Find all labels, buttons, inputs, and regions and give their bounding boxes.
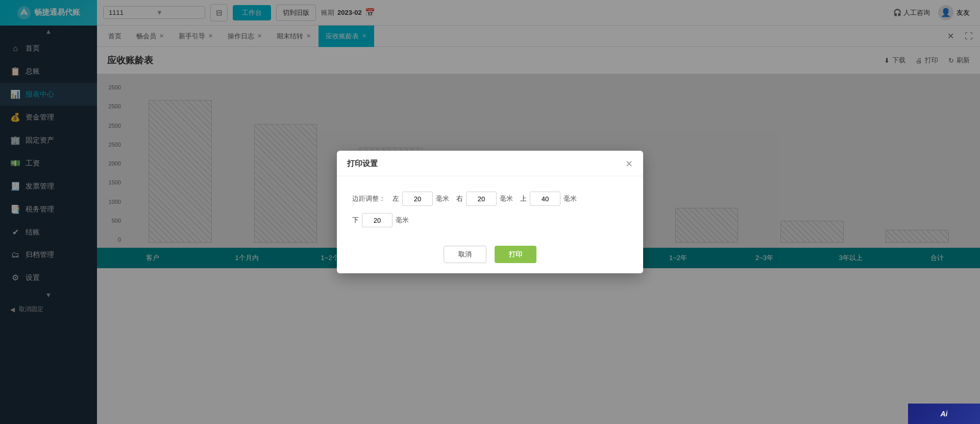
left-label: 左 xyxy=(393,194,399,203)
left-unit: 毫米 xyxy=(436,194,449,203)
margin-field-bottom: 下 毫米 xyxy=(352,213,409,227)
right-unit: 毫米 xyxy=(500,194,513,203)
right-margin-input[interactable] xyxy=(466,192,497,206)
dialog-title: 打印设置 xyxy=(347,159,378,169)
left-margin-input[interactable] xyxy=(402,192,433,206)
bottom-margin-input[interactable] xyxy=(362,213,393,227)
margin-field-left: 左 毫米 xyxy=(393,192,449,206)
margin-field-right: 右 毫米 xyxy=(456,192,513,206)
top-margin-input[interactable] xyxy=(530,192,560,206)
print-confirm-button[interactable]: 打印 xyxy=(495,246,536,263)
top-unit: 毫米 xyxy=(564,194,577,203)
dialog-close-button[interactable]: ✕ xyxy=(625,159,633,169)
margin-field-top: 上 毫米 xyxy=(520,192,577,206)
top-label: 上 xyxy=(520,194,527,203)
dialog-overlay[interactable]: 打印设置 ✕ 边距调整： 左 毫米 右 毫米 上 毫米 xyxy=(0,0,980,424)
margin-row: 边距调整： 左 毫米 右 毫米 上 毫米 下 xyxy=(352,192,628,227)
right-label: 右 xyxy=(456,194,463,203)
dialog-body: 边距调整： 左 毫米 右 毫米 上 毫米 下 xyxy=(337,176,643,238)
print-settings-dialog: 打印设置 ✕ 边距调整： 左 毫米 右 毫米 上 毫米 xyxy=(337,151,643,273)
dialog-footer: 取消 打印 xyxy=(337,238,643,273)
bottom-unit: 毫米 xyxy=(396,216,409,225)
cancel-button[interactable]: 取消 xyxy=(444,246,486,263)
margin-label: 边距调整： xyxy=(352,194,385,203)
bottom-label: 下 xyxy=(352,216,359,225)
ai-label: Ai xyxy=(941,410,948,418)
ai-float-button[interactable]: Ai xyxy=(908,404,980,424)
dialog-header: 打印设置 ✕ xyxy=(337,151,643,176)
